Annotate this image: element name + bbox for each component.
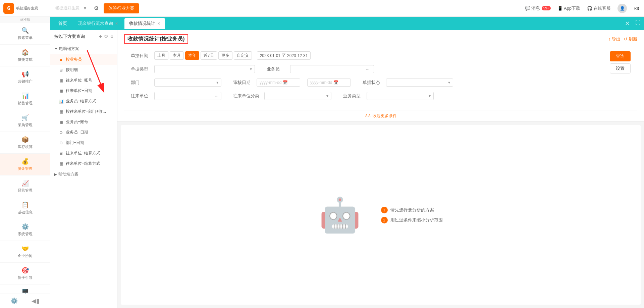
- date-to: 2023-12-31: [287, 53, 308, 58]
- user-avatar[interactable]: 👤: [618, 4, 627, 13]
- salesperson-account-icon: ▦: [58, 119, 64, 125]
- window-resize-icon[interactable]: ⛶: [635, 20, 641, 27]
- tab-bank-flow-close[interactable]: ✕: [115, 21, 118, 26]
- app-download-link[interactable]: 📱 App下载: [557, 5, 580, 11]
- sidebar-item-marketing[interactable]: 📢 营销推广: [0, 66, 50, 88]
- scheme-settings-icon[interactable]: ⚙: [104, 34, 108, 40]
- page-actions: ↑ 导出 ↺ 刷新: [609, 36, 638, 42]
- topbar-settings-icon[interactable]: ⚙: [94, 5, 99, 11]
- date-tab-more[interactable]: 更多: [218, 51, 232, 60]
- salesperson-settlement-icon: 📊: [58, 99, 64, 104]
- review-date-from[interactable]: yyyy-mm-dd 📅: [257, 79, 300, 87]
- download-icon: 📱: [557, 6, 563, 11]
- window-close-icon[interactable]: ✕: [625, 20, 630, 27]
- date-tab-this-month[interactable]: 本月: [170, 51, 184, 60]
- topbar-app-name: 畅捷通好生意: [55, 5, 79, 11]
- scheme-collapse-icon[interactable]: «: [110, 34, 113, 40]
- sidebar-settings-icon[interactable]: ⚙️: [10, 297, 18, 305]
- date-tab-last-month[interactable]: 上月: [154, 51, 168, 60]
- review-date-to[interactable]: yyyy-mm-dd 📅: [307, 79, 351, 87]
- dept-label: 部门: [131, 80, 149, 86]
- sidebar-item-inventory[interactable]: 📦 库存核算: [0, 132, 50, 154]
- collapse-more-button[interactable]: ∧∧ 收起更多条件: [124, 110, 637, 121]
- sidebar-item-system[interactable]: ⚙️ 系统管理: [0, 219, 50, 241]
- salesperson-account-label: 业务员+账号: [66, 119, 88, 125]
- empty-steps: 1 请先选择要分析的方案 2 用过滤条件来缩小分析范围: [381, 207, 443, 223]
- doc-status-label: 单据状态: [363, 80, 381, 86]
- sidebar-item-basic-info[interactable]: 📋 基础信息: [0, 197, 50, 219]
- edition-badge: 标准版: [0, 17, 50, 23]
- messages-link[interactable]: 💬 消息 99+: [525, 5, 551, 11]
- doc-status-chevron: ▾: [448, 80, 450, 85]
- scheme-by-salesperson[interactable]: ● 按业务员: [50, 54, 117, 65]
- partner-date-icon: ▦: [58, 88, 64, 94]
- tab-home[interactable]: 首页: [54, 18, 72, 29]
- query-button[interactable]: 查询: [610, 51, 631, 61]
- salesperson-label: 业务员: [267, 66, 285, 72]
- sidebar-item-finance[interactable]: 💰 资金管理: [0, 154, 50, 175]
- review-calendar-from[interactable]: 📅: [283, 80, 288, 85]
- sidebar-item-guide[interactable]: 🎯 新手引导: [0, 263, 50, 285]
- settings-button[interactable]: 设置: [610, 63, 631, 73]
- mobile-group-title[interactable]: ▶ 移动端方案: [50, 169, 117, 180]
- scheme-salesperson-date[interactable]: ⊙ 业务员+日期: [50, 127, 117, 138]
- export-button[interactable]: ↑ 导出: [609, 36, 621, 42]
- scheme-dept-date[interactable]: ⊙ 部门+日期: [50, 138, 117, 148]
- topbar: 畅捷通好生意 ▼ ⚙ 体验行业方案 💬 消息 99+ 📱 App下载 🎧 在线客…: [50, 0, 644, 17]
- scheme-partner-date[interactable]: ▦ 往来单位+日期: [50, 86, 117, 96]
- refresh-button[interactable]: ↺ 刷新: [624, 36, 637, 42]
- sidebar-item-purchase[interactable]: 🛒 采购管理: [0, 110, 50, 132]
- sidebar-item-quick-nav[interactable]: 🏠 快捷导航: [0, 45, 50, 66]
- sidebar-collapse-icon[interactable]: ◀▮: [32, 297, 40, 305]
- date-tab-custom[interactable]: 自定义: [234, 51, 252, 60]
- tab-receipt-stats-close[interactable]: ✕: [157, 21, 160, 26]
- online-service-link[interactable]: 🎧 在线客服: [587, 5, 611, 11]
- review-calendar-to[interactable]: 📅: [333, 80, 338, 85]
- doc-status-select[interactable]: ▾: [386, 79, 453, 87]
- salesperson-more-icon[interactable]: ···: [366, 67, 369, 71]
- tab-bank-flow[interactable]: 现金银行流水查询 ✕: [73, 18, 123, 29]
- salesperson-select[interactable]: ···: [290, 65, 374, 73]
- collapse-label: 收起更多条件: [373, 113, 397, 119]
- detail-scheme-icon: ⊞: [58, 67, 64, 73]
- empty-state: 🤖 1 请先选择要分析的方案 2 用过滤条件来缩小分析范围: [121, 125, 641, 305]
- user-name: Rit: [634, 6, 639, 11]
- sidebar-item-search-menu[interactable]: 🔍 搜索菜单: [0, 23, 50, 45]
- add-scheme-icon[interactable]: +: [99, 34, 102, 40]
- department-select[interactable]: ▾: [154, 79, 221, 87]
- sidebar-logo: 6 畅捷通好生意: [0, 0, 50, 17]
- sidebar-item-operations[interactable]: 📈 经营管理: [0, 175, 50, 197]
- business-type-select[interactable]: ▾: [367, 92, 434, 100]
- step-1-text: 请先选择要分析的方案: [390, 207, 434, 213]
- online-service-label: 在线客服: [593, 5, 611, 11]
- scheme-by-detail[interactable]: ⊞ 按明细: [50, 65, 117, 75]
- scheme-by-partner-dept[interactable]: ▦ 按往来单位+部门+收...: [50, 106, 117, 117]
- partner-more-btn[interactable]: ···: [215, 94, 218, 98]
- scheme-partner-settlement1[interactable]: ⊞ 往来单位+结算方式: [50, 148, 117, 158]
- scheme-partner-account[interactable]: ▦ 往来单位+账号: [50, 75, 117, 86]
- scheme-salesperson-account[interactable]: ▦ 业务员+账号: [50, 117, 117, 127]
- review-to-placeholder: yyyy-mm-dd: [310, 80, 332, 85]
- empty-step-2: 2 用过滤条件来缩小分析范围: [381, 217, 443, 223]
- partner-category-select[interactable]: ▾: [264, 92, 331, 100]
- desktop-group-title[interactable]: ▼ 电脑端方案: [50, 43, 117, 54]
- trial-button[interactable]: 体验行业方案: [104, 3, 139, 13]
- sidebar-item-sales[interactable]: 📊 销售管理: [0, 88, 50, 110]
- sidebar-item-enterprise[interactable]: 🤝 企业协同: [0, 241, 50, 263]
- date-tab-this-year[interactable]: 本年: [185, 51, 199, 60]
- right-panel: 收款情况统计(按业务员) ↑ 导出 ↺ 刷新: [117, 30, 644, 308]
- scheme-partner-settlement2[interactable]: ▦ 往来单位+结算方式: [50, 158, 117, 169]
- left-panel-actions: + ⚙ «: [99, 34, 113, 40]
- scheme-salesperson-settlement[interactable]: 📊 业务员+结算方式: [50, 96, 117, 106]
- purchase-icon: 🛒: [21, 114, 29, 121]
- topbar-dropdown-icon[interactable]: ▼: [83, 6, 87, 11]
- partner-account-icon: ▦: [58, 78, 64, 83]
- sidebar-item-hardware[interactable]: 🖥️ 智能硬件: [0, 285, 50, 294]
- tab-receipt-stats[interactable]: 收款情况统计 ✕: [124, 18, 165, 29]
- date-tab-last7days[interactable]: 近7天: [201, 51, 217, 60]
- dept-date-icon: ⊙: [58, 140, 64, 146]
- partner-settlement2-icon: ▦: [58, 161, 64, 166]
- export-icon: ↑: [609, 37, 611, 42]
- partner-select[interactable]: ···: [154, 92, 221, 100]
- document-type-select[interactable]: ▾: [154, 65, 255, 73]
